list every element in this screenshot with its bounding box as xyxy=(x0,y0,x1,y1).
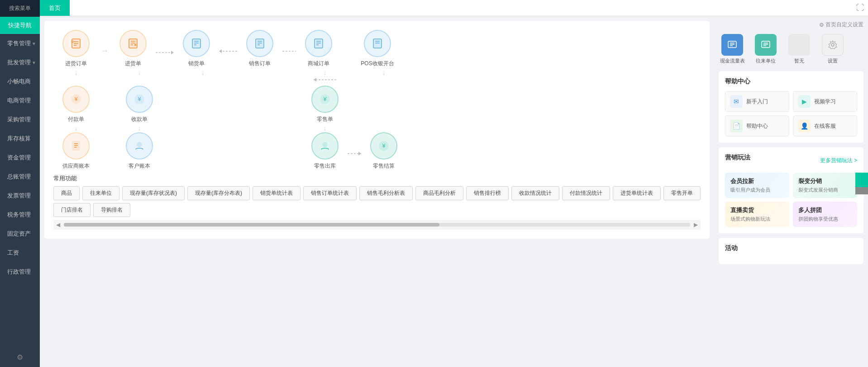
func-btn-partners[interactable]: 往来单位 xyxy=(82,186,119,200)
ls-js-label: 零售结算 xyxy=(373,162,395,170)
func-btn-inv-dist[interactable]: 现存量(库存分布表) xyxy=(187,186,250,200)
sidebar-settings-icon[interactable]: ⚙ xyxy=(0,348,40,367)
scroll-left[interactable]: ◀ xyxy=(54,221,62,229)
fission-desc: 裂变式发展分销商 xyxy=(798,187,852,193)
flow-col-xh-dan: 销货单 xyxy=(174,30,219,68)
sidebar-item-purchase[interactable]: 采购管理 xyxy=(0,110,40,129)
side-btn-desktop[interactable]: 桌面快捷 xyxy=(855,187,868,194)
sidebar-item-ecom[interactable]: 电商管理 xyxy=(0,91,40,110)
flow-node-khzb[interactable]: 客户账本 xyxy=(117,132,162,170)
sidebar-item-finance[interactable]: 资金管理 xyxy=(0,148,40,167)
help-text: 帮助中心 xyxy=(746,122,768,130)
sidebar-nav[interactable]: 快捷导航 xyxy=(0,17,40,34)
fk-label: 付款单 xyxy=(68,116,84,123)
func-btn-receipt-stat[interactable]: 收款情况统计 xyxy=(511,186,559,200)
flow-col-pos: POS收银开台 xyxy=(355,30,400,68)
flow-col-xsdd: 销售订单 xyxy=(237,30,282,68)
func-btn-guide-rank[interactable]: 导购排名 xyxy=(93,203,130,217)
quick-icon-settings[interactable]: 设置 xyxy=(819,34,846,64)
sidebar-item-admin[interactable]: 行政管理 xyxy=(0,262,40,281)
flow-node-sc-order[interactable]: 商城订单 xyxy=(296,30,341,68)
sidebar-item-tax[interactable]: 税务管理 xyxy=(0,205,40,224)
more-marketing-link[interactable]: 更多营销玩法 > xyxy=(820,157,857,164)
scroll-right[interactable]: ▶ xyxy=(692,221,700,229)
func-btn-gross-goods[interactable]: 商品毛利分析 xyxy=(415,186,463,200)
sidebar-item-invoice[interactable]: 发票管理 xyxy=(0,186,40,205)
flow-node-ls-ck[interactable]: 零售出库 xyxy=(302,132,348,170)
func-btn-gross-sales[interactable]: 销售毛利分析表 xyxy=(359,186,413,200)
help-doc-icon: 📄 xyxy=(730,120,743,132)
tab-home[interactable]: 首页 xyxy=(40,0,70,16)
jh-order-label: 进货订单 xyxy=(65,60,87,68)
marketing-group[interactable]: 多人拼团 拼团购物享受优惠 xyxy=(793,202,857,227)
func-btn-pay-stat[interactable]: 付款情况统计 xyxy=(562,186,610,200)
quick-icon-partners[interactable]: 往来单位 xyxy=(752,34,779,64)
scrollbar: ◀ ▶ xyxy=(53,220,701,230)
help-item-video[interactable]: ▶ 视频学习 xyxy=(793,91,857,112)
xsdd-icon xyxy=(246,30,273,57)
marketing-fission[interactable]: 裂变分销 裂变式发展分销商 xyxy=(793,173,857,198)
marketing-live[interactable]: 直播卖货 场景式购物新玩法 xyxy=(725,202,789,227)
sc-order-icon xyxy=(305,30,332,57)
func-btn-sales-rank[interactable]: 销售排行榜 xyxy=(466,186,509,200)
flow-col-ls-js: ¥ 零售结算 xyxy=(361,132,406,170)
service-icon: 👤 xyxy=(798,120,811,132)
func-btn-order-stat[interactable]: 销售订单统计表 xyxy=(303,186,357,200)
flow-node-jh-order[interactable]: 进货订单 xyxy=(53,30,99,68)
group-desc: 拼团购物享受优惠 xyxy=(798,216,852,222)
flow-node-sk[interactable]: ¥ 收款单 xyxy=(117,86,162,123)
jh-dan-label: 进货单 xyxy=(125,60,141,68)
sidebar-item-ledger[interactable]: 总账管理 xyxy=(0,167,40,186)
left-panel: 进货订单 → 进货单 xyxy=(40,16,714,367)
flow-node-xsdd[interactable]: 销售订单 xyxy=(237,30,282,68)
help-title: 帮助中心 xyxy=(725,77,857,86)
sidebar-search[interactable]: 搜索菜单 xyxy=(0,0,40,17)
func-btn-inv-status[interactable]: 现存量(库存状况表) xyxy=(122,186,185,200)
marketing-header: 营销玩法 更多营销玩法 > xyxy=(725,154,857,167)
flow-node-ls-dan[interactable]: ¥ 零售单 xyxy=(302,86,348,123)
func-btn-goods[interactable]: 商品 xyxy=(53,186,80,200)
sidebar-item-retail[interactable]: 零售管理 ▼ xyxy=(0,34,40,53)
svg-rect-43 xyxy=(72,141,80,150)
sidebar-item-wholesale[interactable]: 批发管理 ▼ xyxy=(0,53,40,72)
svg-rect-6 xyxy=(129,39,137,48)
arrow-icon: ▼ xyxy=(32,41,36,46)
ls-ck-label: 零售出库 xyxy=(314,162,336,170)
help-item-help[interactable]: 📄 帮助中心 xyxy=(725,116,789,136)
marketing-member[interactable]: 会员拉新 吸引用户成为会员 xyxy=(725,173,789,198)
svg-rect-31 xyxy=(373,39,382,48)
scroll-track[interactable] xyxy=(64,223,690,227)
flow-node-xh-dan[interactable]: 销货单 xyxy=(174,30,219,68)
help-item-beginner[interactable]: ✉ 新手入门 xyxy=(725,91,789,112)
flow-col-jh-dan: 进货单 xyxy=(110,30,156,68)
homepage-settings-link[interactable]: ⚙ 首页自定义设置 xyxy=(819,21,863,29)
func-btn-retail-order[interactable]: 零售开单 xyxy=(663,186,701,200)
khzb-label: 客户账本 xyxy=(129,162,150,170)
side-btn-community[interactable]: 服务社区 xyxy=(855,180,868,187)
flow-node-pos[interactable]: POS收银开台 xyxy=(355,30,400,68)
func-btn-store-rank[interactable]: 门店排名 xyxy=(53,203,91,217)
partners-label: 往来单位 xyxy=(756,58,776,64)
sidebar-item-salary[interactable]: 工资 xyxy=(0,243,40,262)
side-btn-service[interactable]: 客服热线 xyxy=(855,173,868,180)
gyshzb-icon xyxy=(62,132,90,159)
flow-diagram: 进货订单 → 进货单 xyxy=(53,30,701,170)
video-text: 视频学习 xyxy=(814,98,836,106)
xh-dan-label: 销货单 xyxy=(188,60,205,68)
flow-node-fk[interactable]: ¥ 付款单 xyxy=(53,86,99,123)
svg-rect-13 xyxy=(192,39,200,48)
sidebar-item-ecom-small[interactable]: 小畅电商 xyxy=(0,72,40,91)
sidebar-item-inventory[interactable]: 库存核算 xyxy=(0,129,40,148)
help-item-service[interactable]: 👤 在线客服 xyxy=(793,116,857,136)
quick-icon-none[interactable]: 暂无 xyxy=(786,34,813,64)
live-desc: 场景式购物新玩法 xyxy=(730,216,784,222)
func-btn-purchase-stat[interactable]: 进货单统计表 xyxy=(613,186,661,200)
func-btn-sales-stat[interactable]: 销货单统计表 xyxy=(253,186,300,200)
flow-node-ls-js[interactable]: ¥ 零售结算 xyxy=(361,132,406,170)
sidebar-item-fixed[interactable]: 固定资产 xyxy=(0,224,40,243)
flow-node-jh-dan[interactable]: 进货单 xyxy=(110,30,156,68)
quick-icon-cashflow[interactable]: 现金流量表 xyxy=(719,34,746,64)
flow-node-gyshzb[interactable]: 供应商账本 xyxy=(53,132,99,170)
expand-button[interactable]: ⛶ xyxy=(856,0,868,16)
jh-dan-icon xyxy=(119,30,147,57)
